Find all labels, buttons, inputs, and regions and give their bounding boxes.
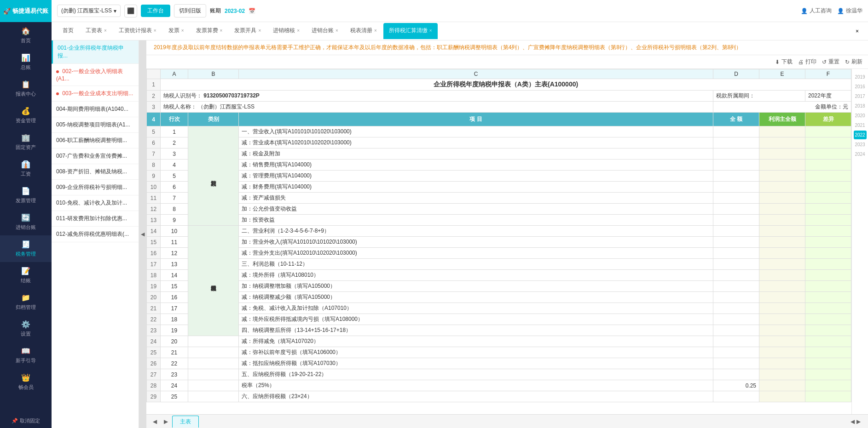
collapse-panel-button[interactable]: ◀ xyxy=(139,40,146,428)
xm-cell[interactable]: 减：资产减值损失 xyxy=(239,193,713,204)
xm-cell[interactable]: 五、应纳税所得额（19-20-21-22） xyxy=(239,369,713,380)
xm-cell[interactable]: 减：弥补以前年度亏损（填写A106000） xyxy=(239,347,713,358)
list-item-006[interactable]: 006-职工薪酬纳税调整明细... xyxy=(52,133,139,148)
tab-invoice-issue[interactable]: 发票开具 × xyxy=(229,23,266,39)
sidebar-item-guide[interactable]: 📖 新手引导 xyxy=(0,342,52,369)
xm-cell[interactable]: 一、营业收入(填写A101010\101020\103000) xyxy=(239,126,713,137)
sidebar-item-report-center[interactable]: 📋 报表中心 xyxy=(0,75,52,102)
xm-cell[interactable]: 减：纳税调整减少额（填写A105000） xyxy=(239,292,713,303)
scroll-left-icon[interactable]: ◀ xyxy=(851,418,855,425)
close-tab-salary-report[interactable]: × xyxy=(154,28,156,33)
timeline-item-2024[interactable]: 2024 xyxy=(854,150,867,159)
tab-tax-table[interactable]: 税表清册 × xyxy=(345,23,382,39)
xm-cell[interactable]: 加：营业外收入(填写A101010\101020\103000) xyxy=(239,237,713,248)
close-tab-salary[interactable]: × xyxy=(104,28,107,33)
list-item-003[interactable]: 003-一般企业成本支出明细... xyxy=(52,86,139,102)
print-button[interactable]: 🖨 打印 xyxy=(798,58,816,66)
timeline-item-2020[interactable]: 2020 xyxy=(854,111,867,120)
scroll-right-icon[interactable]: ▶ xyxy=(856,418,861,425)
timeline-item-2022[interactable]: 2022 xyxy=(854,131,867,139)
xm-cell[interactable]: 加：公允价值变动收益 xyxy=(239,204,713,215)
timeline-item-2018[interactable]: 2018 xyxy=(854,102,867,110)
close-all-tabs-button[interactable]: × xyxy=(852,24,862,38)
sheet-nav-next[interactable]: ▶ xyxy=(161,417,170,426)
timeline-item-2021[interactable]: 2021 xyxy=(854,121,867,130)
sidebar-item-general-ledger[interactable]: 📊 总账 xyxy=(0,49,52,75)
close-tab-tax-table[interactable]: × xyxy=(374,28,377,33)
list-item-011[interactable]: 011-研发费用加计扣除优惠... xyxy=(52,211,139,227)
list-item-005[interactable]: 005-纳税调整项目明细表(A1... xyxy=(52,117,139,133)
tab-salary[interactable]: 工资表 × xyxy=(80,23,112,39)
xm-cell[interactable]: 加：纳税调整增加额（填写A105000） xyxy=(239,281,713,292)
sidebar-item-invoice-mgmt[interactable]: 📄 发票管理 xyxy=(0,182,52,209)
list-item-009[interactable]: 009-企业所得税补亏损明细... xyxy=(52,180,139,195)
close-tab-invoice-fee[interactable]: × xyxy=(220,28,223,33)
xm-cell[interactable]: 减：境外所得（填写A108010） xyxy=(239,270,713,281)
xm-cell[interactable]: 减：境外应税所得抵减境内亏损（填写A108000） xyxy=(239,314,713,325)
close-tab-income-tax[interactable]: × xyxy=(429,28,432,33)
lrqe-cell[interactable] xyxy=(759,126,805,137)
xm-cell[interactable]: 减：销售费用(填写A104000) xyxy=(239,160,713,171)
tax-rate-cell[interactable]: 0.25 xyxy=(713,380,759,391)
tab-purchase-sales-audit[interactable]: 进销稽核 × xyxy=(267,23,305,39)
close-tab-ledger[interactable]: × xyxy=(336,28,338,33)
list-item-002[interactable]: 002-一般企业收入明细表(A1... xyxy=(52,64,139,86)
xm-cell[interactable]: 减：财务费用(填写A104000) xyxy=(239,182,713,193)
xm-cell[interactable]: 三、利润总额（10-11-12） xyxy=(239,259,713,270)
unpin-button[interactable]: 📌 取消固定 xyxy=(0,414,52,428)
list-item-010[interactable]: 010-免税、减计收入及加计... xyxy=(52,195,139,211)
xm-cell[interactable]: 加：投资收益 xyxy=(239,215,713,226)
user-profile[interactable]: 👤 徐温华 xyxy=(837,7,862,15)
close-tab-invoice[interactable]: × xyxy=(181,28,184,33)
tab-salary-report[interactable]: 工资统计报表 × xyxy=(113,23,162,39)
xm-cell[interactable]: 减：管理费用(填写A104000) xyxy=(239,171,713,182)
close-tab-audit[interactable]: × xyxy=(297,28,300,33)
sheet-nav-prev[interactable]: ◀ xyxy=(150,417,159,426)
list-item-008[interactable]: 008-资产折旧、摊销及纳税... xyxy=(52,164,139,180)
list-item-004[interactable]: 004-期间费用明细表(A1040... xyxy=(52,102,139,117)
sidebar-item-settings[interactable]: ⚙️ 设置 xyxy=(0,315,52,342)
download-button[interactable]: ⬇ 下载 xyxy=(775,58,793,66)
tab-home[interactable]: 首页 xyxy=(57,23,79,39)
timeline-item-2016[interactable]: 2016 xyxy=(854,82,867,91)
sidebar-item-close-account[interactable]: 📝 结账 xyxy=(0,262,52,289)
service-button[interactable]: 👤 人工咨询 xyxy=(801,7,832,15)
xm-cell[interactable]: 减：抵扣应纳税所得额（填写A107030） xyxy=(239,358,713,369)
refresh-button[interactable]: ↻ 刷新 xyxy=(845,58,862,66)
cy-cell[interactable] xyxy=(805,126,851,137)
switch-version-button[interactable]: 切到旧版 xyxy=(174,4,206,17)
xm-cell[interactable]: 减：税金及附加 xyxy=(239,148,713,160)
list-item-001[interactable]: 001-企业所得税年度纳税申报... xyxy=(52,40,139,64)
tab-invoice-fee[interactable]: 发票算费 × xyxy=(191,23,228,39)
timeline-item-2017[interactable]: 2017 xyxy=(854,92,867,101)
workspace-button[interactable]: 工作台 xyxy=(141,5,170,17)
copy-icon-btn[interactable]: ⬛ xyxy=(124,5,137,17)
xm-cell[interactable]: 税率（25%） xyxy=(239,380,713,391)
xm-cell[interactable]: 减：营业成本(填写A102010\102020\103000) xyxy=(239,137,713,148)
xm-cell[interactable]: 减：免税、减计收入及加计扣除（A107010） xyxy=(239,303,713,314)
xm-cell[interactable]: 四、纳税调整后所得（13-14+15-16-17+18） xyxy=(239,325,713,336)
sidebar-item-archive[interactable]: 📁 归档管理 xyxy=(0,289,52,315)
sidebar-item-salary[interactable]: 👔 工资 xyxy=(0,155,52,182)
qe-cell[interactable] xyxy=(713,126,759,137)
company-selector[interactable]: (勿删) 江西服宝-LSS ▾ xyxy=(57,5,121,17)
xm-cell[interactable]: 二、营业利润（1-2-3-4-5-6-7-8+9） xyxy=(239,226,713,237)
list-item-007[interactable]: 007-广告费和业务宣传费摊... xyxy=(52,148,139,164)
reset-button[interactable]: ↺ 重置 xyxy=(822,58,839,66)
sidebar-item-fund-mgmt[interactable]: 💰 资金管理 xyxy=(0,102,52,129)
tab-invoice[interactable]: 发票 × xyxy=(163,23,190,39)
timeline-item-2023[interactable]: 2023 xyxy=(854,140,867,149)
sidebar-item-tax-mgmt[interactable]: 🧾 税务管理 xyxy=(0,235,52,262)
close-tab-invoice-issue[interactable]: × xyxy=(258,28,261,33)
list-item-012[interactable]: 012-减免所得税优惠明细表(... xyxy=(52,227,139,242)
tab-income-tax[interactable]: 所得税汇算清缴 × xyxy=(383,23,438,39)
sidebar-item-member[interactable]: 👑 畅会员 xyxy=(0,369,52,395)
sidebar-item-purchase-sales[interactable]: 🔄 进销台账 xyxy=(0,209,52,235)
sidebar-item-home[interactable]: 🏠 首页 xyxy=(0,22,52,49)
xm-cell[interactable]: 减：所得减免（填写A107020） xyxy=(239,336,713,347)
timeline-item-2019[interactable]: 2019 xyxy=(854,73,867,81)
tab-purchase-sales-ledger[interactable]: 进销台账 × xyxy=(306,23,344,39)
xm-cell[interactable]: 减：营业外支出(填写A102010\102020\103000) xyxy=(239,248,713,259)
sidebar-item-fixed-assets[interactable]: 🏢 固定资产 xyxy=(0,129,52,155)
xm-cell[interactable]: 六、应纳所得税额（23×24） xyxy=(239,391,713,402)
